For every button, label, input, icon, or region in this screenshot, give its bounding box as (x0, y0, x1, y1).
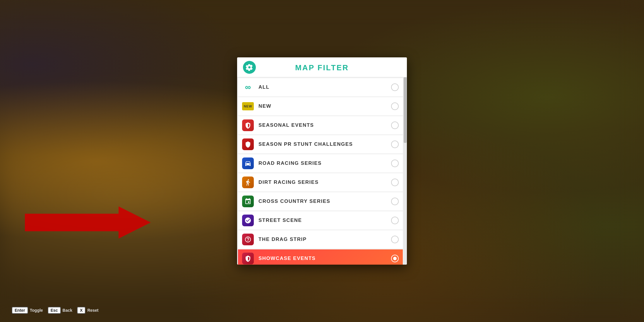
map-filter-modal: MAP FILTER ∞ ALL NEW NEW (237, 57, 407, 265)
showcase-icon (242, 253, 254, 264)
filter-item-road-racing[interactable]: ROAD RACING SERIES (238, 154, 403, 172)
esc-key-badge: Esc (48, 307, 61, 314)
filter-label-all: ALL (258, 84, 386, 90)
filter-label-new: NEW (258, 103, 386, 109)
radio-showcase (391, 255, 399, 262)
radio-street-scene (391, 217, 399, 224)
modal-body: ∞ ALL NEW NEW (237, 77, 407, 265)
filter-label-street-scene: STREET SCENE (258, 217, 386, 223)
season-pr-svg (244, 141, 251, 148)
filter-list: ∞ ALL NEW NEW (237, 77, 407, 265)
gear-button[interactable] (243, 61, 256, 74)
drag-strip-svg (244, 236, 251, 243)
cross-country-svg (244, 198, 251, 205)
filter-label-dirt-racing: DIRT RACING SERIES (258, 179, 386, 185)
enter-key-badge: Enter (12, 307, 28, 314)
filter-item-all[interactable]: ∞ ALL (238, 78, 403, 96)
radio-drag-strip (391, 236, 399, 243)
new-badge-icon: NEW (242, 100, 254, 112)
radio-new (391, 102, 399, 110)
filter-item-cross-country[interactable]: CROSS COUNTRY SERIES (238, 192, 403, 210)
street-scene-svg (244, 217, 251, 224)
toggle-label: Toggle (30, 308, 43, 313)
modal-header: MAP FILTER (237, 57, 407, 77)
drag-strip-icon (242, 234, 254, 245)
cross-country-icon (242, 196, 254, 207)
svg-marker-0 (25, 206, 151, 239)
street-scene-icon (242, 215, 254, 226)
radio-cross-country (391, 198, 399, 205)
dirt-racing-icon (242, 177, 254, 188)
filter-label-road-racing: ROAD RACING SERIES (258, 160, 386, 166)
new-badge: NEW (242, 102, 254, 110)
radio-season-pr (391, 141, 399, 148)
road-racing-icon (242, 157, 254, 169)
arrow-svg (25, 206, 151, 239)
filter-item-street-scene[interactable]: STREET SCENE (238, 211, 403, 229)
filter-item-seasonal[interactable]: SEASONAL EVENTS (238, 116, 403, 134)
radio-road-racing (391, 160, 399, 167)
seasonal-svg (244, 122, 251, 129)
dirt-racing-svg (244, 179, 251, 186)
season-pr-icon (242, 138, 254, 150)
filter-label-drag-strip: THE DRAG STRIP (258, 237, 386, 242)
filter-label-season-pr: SEASON PR STUNT CHALLENGES (258, 141, 386, 147)
gear-icon (246, 64, 253, 71)
back-label: Back (63, 308, 72, 313)
filter-item-season-pr[interactable]: SEASON PR STUNT CHALLENGES (238, 135, 403, 153)
showcase-svg (244, 255, 251, 262)
filter-item-showcase[interactable]: SHOWCASE EVENTS (238, 249, 403, 265)
modal-overlay: MAP FILTER ∞ ALL NEW NEW (0, 0, 644, 322)
scrollbar-thumb[interactable] (404, 77, 407, 143)
road-racing-svg (244, 160, 251, 167)
bottom-controls: Enter Toggle Esc Back X Reset (12, 307, 102, 314)
radio-seasonal (391, 121, 399, 129)
scrollbar-track[interactable] (403, 77, 407, 265)
modal-title: MAP FILTER (295, 63, 349, 72)
filter-label-showcase: SHOWCASE EVENTS (258, 256, 386, 261)
x-key-badge: X (77, 307, 85, 314)
reset-label: Reset (87, 308, 98, 313)
arrow-indicator (25, 206, 151, 239)
filter-item-drag-strip[interactable]: THE DRAG STRIP (238, 230, 403, 249)
infinity-icon: ∞ (242, 81, 254, 93)
filter-label-cross-country: CROSS COUNTRY SERIES (258, 198, 386, 204)
radio-dirt-racing (391, 179, 399, 186)
filter-item-dirt-racing[interactable]: DIRT RACING SERIES (238, 173, 403, 191)
filter-item-new[interactable]: NEW NEW (238, 97, 403, 115)
filter-label-seasonal: SEASONAL EVENTS (258, 122, 386, 128)
seasonal-icon (242, 119, 254, 131)
radio-all (391, 83, 399, 91)
